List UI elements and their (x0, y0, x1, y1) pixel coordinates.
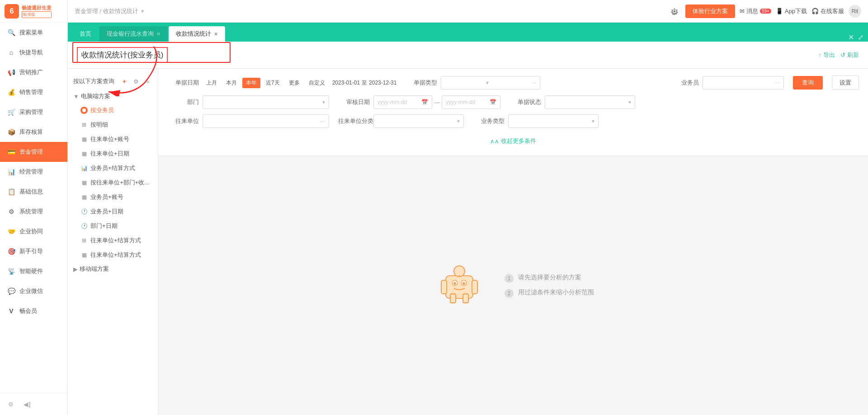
sidebar-item-member[interactable]: V 畅会员 (0, 301, 67, 321)
sidebar-item-hardware[interactable]: 📡 智能硬件 (0, 261, 67, 281)
date-btn-last-month[interactable]: 上月 (203, 78, 221, 88)
partner-category-label: 往来单位分类 (338, 117, 370, 125)
date-btn-this-year[interactable]: 本年 (242, 78, 260, 88)
tab-maximize-btn[interactable]: ⤢ (858, 33, 863, 42)
dept-input[interactable]: ▾ (203, 95, 329, 109)
scheme-item-partner-settle2[interactable]: ▦ 往来单位+结算方式 (68, 248, 158, 262)
scheme-item-salesperson-settle[interactable]: 📊 业务员+结算方式 (68, 161, 158, 175)
right-content: 单据日期 上月 本月 本年 近7天 更多 自定义 2023-01-01 (158, 69, 868, 415)
partner-input[interactable]: ··· (203, 114, 329, 128)
sidebar-item-sales[interactable]: 💰 销售管理 (0, 82, 67, 102)
scheme-settings-btn[interactable]: ⚙ (132, 77, 141, 86)
sidebar-menu: 🔍 搜索菜单 ⌂ 快捷导航 📢 营销推广 💰 销售管理 🛒 采购管理 📦 库存核… (0, 23, 67, 393)
date-btn-more[interactable]: 更多 (285, 78, 303, 88)
panel-header-icons: + ⚙ « (120, 77, 152, 86)
review-date-group: yyyy-mm-dd 📅 — yyyy-mm-dd 📅 (373, 95, 500, 109)
logo-badge: 标准版 (22, 11, 52, 18)
sidebar-item-basic[interactable]: 📋 基础信息 (0, 182, 67, 202)
sidebar-item-purchase[interactable]: 🛒 采购管理 (0, 102, 67, 122)
query-btn[interactable]: 查询 (793, 76, 823, 90)
scheme-group-mobile-title[interactable]: ▶ 移动端方案 (68, 262, 158, 276)
sidebar-item-label: 快捷导航 (19, 48, 43, 57)
scheme-item-partner-settle1[interactable]: ⊞ 往来单位+结算方式 (68, 233, 158, 248)
app-download-btn[interactable]: 📱 App下载 (776, 7, 807, 15)
sidebar-item-label: 营销推广 (19, 68, 43, 76)
date-btn-custom[interactable]: 自定义 (305, 78, 329, 88)
salesperson-more-icon: ··· (775, 80, 780, 86)
scheme-item-partner-account[interactable]: ▦ 往来单位+账号 (68, 132, 158, 146)
filter-item-review-date: 审核日期 yyyy-mm-dd 📅 — yyyy-mm-dd 📅 (338, 95, 500, 109)
sidebar-item-system[interactable]: ⚙ 系统管理 (0, 202, 67, 222)
scheme-group-desktop: ▼ 电脑端方案 按业务员 ⊞ 按明细 ▦ (68, 90, 158, 262)
tip-text-1: 请先选择要分析的方案 (518, 274, 581, 282)
refresh-btn[interactable]: ↺ 刷新 (840, 51, 859, 59)
collapse-btn[interactable]: ∧∧ 收起更多条件 (167, 133, 859, 149)
review-date-end[interactable]: yyyy-mm-dd 📅 (442, 95, 500, 109)
doctype-chevron: ▾ (486, 80, 489, 86)
tab-receipt-close[interactable]: ✕ (214, 31, 218, 37)
dept-chevron: ▾ (322, 99, 325, 105)
sidebar-item-wechat[interactable]: 💬 企业微信 (0, 281, 67, 301)
scheme-item-partner-date[interactable]: ▦ 往来单位+日期 (68, 146, 158, 161)
sidebar-item-label: 基础信息 (19, 188, 43, 196)
filter-row-2: 部门 ▾ 审核日期 yyyy-mm-dd 📅 (167, 95, 859, 109)
tab-close-all-btn[interactable]: ✕ (848, 33, 854, 42)
date-btn-this-month[interactable]: 本月 (222, 78, 241, 88)
scheme-item-by-detail[interactable]: ⊞ 按明细 (68, 118, 158, 132)
tab-cashflow-close[interactable]: ✕ (156, 31, 160, 37)
sidebar-item-marketing[interactable]: 📢 营销推广 (0, 62, 67, 82)
sidebar-item-search[interactable]: 🔍 搜索菜单 (0, 23, 67, 42)
user-avatar[interactable]: Rit (849, 5, 861, 18)
export-label: 导出 (823, 51, 835, 59)
tab-cashflow[interactable]: 现金银行流水查询 ✕ (99, 26, 168, 42)
svg-rect-4 (450, 294, 456, 303)
scheme-item-dept-date[interactable]: 🕐 部门+日期 (68, 219, 158, 233)
scheme-item-partner-dept[interactable]: ▦ 按往来单位+部门+收... (68, 175, 158, 190)
trial-btn[interactable]: 体验行业方案 (685, 5, 735, 18)
scheme-item-label: 业务员+账号 (90, 193, 123, 201)
scheme-group-desktop-title[interactable]: ▼ 电脑端方案 (68, 90, 158, 103)
sidebar-item-quick-nav[interactable]: ⌂ 快捷导航 (0, 42, 67, 62)
date-selector: 上月 本月 本年 近7天 更多 自定义 (203, 78, 329, 88)
calendar-icon1: 📅 (421, 99, 428, 105)
dept-label: 部门 (167, 98, 199, 106)
settings-gear-btn[interactable] (668, 5, 681, 18)
svg-rect-1 (446, 276, 473, 298)
add-scheme-btn[interactable]: + (120, 77, 129, 86)
partner-category-select[interactable]: ▾ (373, 114, 464, 128)
set-btn[interactable]: 设置 (832, 75, 859, 90)
doctype-select[interactable]: ▾ ··· (441, 76, 540, 90)
sidebar-settings-btn[interactable]: ⚙ (5, 398, 17, 410)
chart-icon: 📊 (80, 165, 88, 172)
sidebar-item-inventory[interactable]: 📦 库存核算 (0, 122, 67, 142)
doc-status-select[interactable]: ▾ (545, 95, 635, 109)
message-btn[interactable]: ✉ 消息 99+ (740, 7, 771, 15)
tab-home[interactable]: 首页 (72, 26, 99, 42)
scheme-group-mobile-label: 移动端方案 (80, 265, 109, 273)
panel-collapse-btn[interactable]: « (143, 77, 152, 86)
scheme-item-by-salesperson[interactable]: 按业务员 (68, 103, 158, 118)
biz-type-select[interactable]: ▾ (508, 114, 599, 128)
review-date-start[interactable]: yyyy-mm-dd 📅 (373, 95, 432, 109)
sidebar-item-guide[interactable]: 🎯 新手引导 (0, 241, 67, 261)
sidebar-item-corp[interactable]: 🤝 企业协同 (0, 222, 67, 241)
empty-tip-1: 1 请先选择要分析的方案 (505, 274, 594, 283)
sidebar-item-operation[interactable]: 📊 经营管理 (0, 162, 67, 182)
message-label: 消息 (746, 7, 758, 15)
logo-icon: 6 (5, 4, 19, 19)
tab-receipt[interactable]: 收款情况统计 ✕ (169, 26, 225, 42)
scheme-item-salesperson-account[interactable]: ▦ 业务员+账号 (68, 190, 158, 204)
breadcrumb-dropdown-icon[interactable]: ▾ (141, 8, 144, 14)
date-dash: — (434, 99, 440, 106)
scheme-item-salesperson-date[interactable]: 🕐 业务员+日期 (68, 204, 158, 219)
sidebar-item-label: 智能硬件 (19, 267, 43, 275)
svg-point-0 (82, 108, 86, 112)
sidebar-item-capital[interactable]: 💳 资金管理 (0, 142, 67, 162)
date-btn-7days[interactable]: 近7天 (262, 78, 283, 88)
filter-item-date: 单据日期 上月 本月 本年 近7天 更多 自定义 2023-01-01 (167, 78, 396, 88)
online-service-btn[interactable]: 🎧 在线客服 (811, 7, 844, 15)
clock-icon: 🕐 (80, 208, 88, 215)
export-btn[interactable]: ↑ 导出 (819, 51, 835, 59)
sidebar-collapse-btn[interactable]: ◀‖ (21, 398, 33, 410)
salesperson-select[interactable]: ··· (703, 76, 784, 90)
